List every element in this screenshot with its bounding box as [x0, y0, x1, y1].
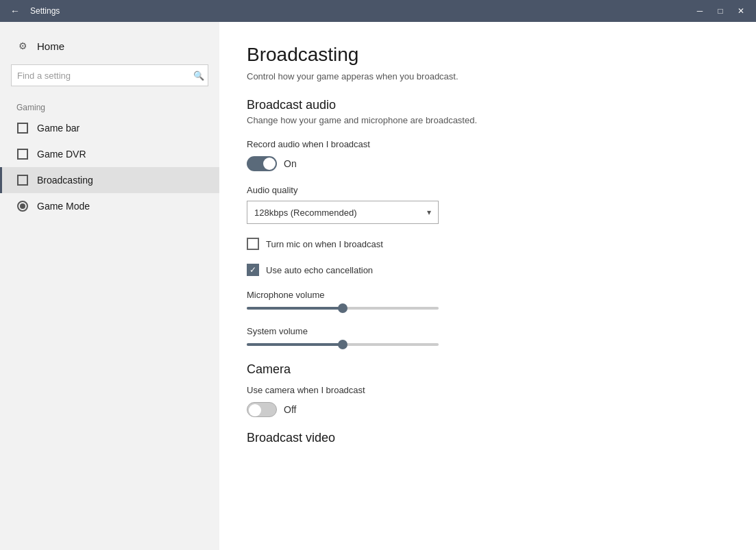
record-audio-toggle-row: On [247, 156, 729, 171]
gamemode-icon [16, 200, 29, 212]
audio-quality-label: Audio quality [247, 185, 729, 195]
page-title: Broadcasting [247, 44, 729, 66]
sidebar-home[interactable]: ⚙ Home [0, 33, 219, 59]
turn-mic-row[interactable]: Turn mic on when I broadcast [247, 238, 729, 250]
sidebar-item-game-mode[interactable]: Game Mode [0, 193, 219, 219]
close-button[interactable]: ✕ [731, 1, 751, 21]
echo-cancel-label: Use auto echo cancellation [266, 265, 373, 275]
sidebar-category: Gaming [0, 97, 219, 115]
window-controls: ─ □ ✕ [690, 1, 751, 21]
mic-volume-row: Microphone volume [247, 290, 729, 310]
search-icon: 🔍 [193, 71, 204, 81]
use-camera-toggle[interactable] [247, 402, 277, 417]
gamebar-icon [16, 122, 29, 134]
sidebar-item-broadcasting[interactable]: Broadcasting [0, 167, 219, 193]
record-audio-label: Record audio when I broadcast [247, 139, 729, 149]
audio-quality-value: 128kbps (Recommended) [254, 208, 357, 218]
sidebar-item-label: Game bar [37, 123, 80, 134]
sidebar-item-game-dvr[interactable]: Game DVR [0, 141, 219, 167]
main-layout: ⚙ Home 🔍 Gaming Game bar Game DVR Broadc… [0, 22, 756, 550]
home-label: Home [37, 40, 64, 52]
system-volume-fill [247, 343, 343, 346]
sidebar: ⚙ Home 🔍 Gaming Game bar Game DVR Broadc… [0, 22, 219, 550]
search-input[interactable] [11, 64, 208, 86]
maximize-button[interactable]: □ [711, 1, 730, 21]
mic-volume-fill [247, 307, 343, 310]
echo-cancel-row[interactable]: Use auto echo cancellation [247, 264, 729, 276]
audio-quality-row: Audio quality 128kbps (Recommended) ▾ [247, 185, 729, 224]
minimize-button[interactable]: ─ [690, 1, 709, 21]
gamedvr-icon [16, 148, 29, 160]
back-button[interactable]: ← [5, 1, 25, 21]
sidebar-item-label: Broadcasting [37, 175, 93, 186]
system-volume-track[interactable] [247, 343, 439, 346]
use-camera-toggle-row: Off [247, 402, 729, 417]
page-subtitle: Control how your game apperas when you b… [247, 71, 729, 82]
sidebar-item-label: Game Mode [37, 201, 90, 212]
record-audio-toggle-label: On [284, 158, 297, 169]
dropdown-arrow-icon: ▾ [427, 208, 431, 217]
system-volume-thumb[interactable] [338, 340, 347, 349]
mic-volume-track[interactable] [247, 307, 439, 310]
window-title: Settings [30, 6, 690, 16]
system-volume-label: System volume [247, 326, 729, 336]
broadcast-audio-title: Broadcast audio [247, 98, 729, 112]
audio-quality-dropdown[interactable]: 128kbps (Recommended) ▾ [247, 201, 439, 224]
echo-cancel-checkbox[interactable] [247, 264, 259, 276]
toggle-knob [263, 158, 276, 170]
turn-mic-checkbox[interactable] [247, 238, 259, 250]
sidebar-item-label: Game DVR [37, 149, 86, 160]
sidebar-item-game-bar[interactable]: Game bar [0, 115, 219, 141]
use-camera-label: Use camera when I broadcast [247, 385, 729, 395]
turn-mic-label: Turn mic on when I broadcast [266, 239, 383, 249]
home-icon: ⚙ [16, 40, 29, 52]
broadcast-video-title: Broadcast video [247, 431, 729, 445]
titlebar: ← Settings ─ □ ✕ [0, 0, 756, 22]
use-camera-toggle-label: Off [284, 404, 296, 415]
content-area: Broadcasting Control how your game apper… [219, 22, 756, 550]
search-container: 🔍 [11, 64, 208, 86]
toggle-knob-camera [249, 404, 261, 416]
mic-volume-label: Microphone volume [247, 290, 729, 300]
system-volume-row: System volume [247, 326, 729, 346]
broadcasting-icon [16, 174, 29, 186]
broadcast-audio-subtitle: Change how your game and microphone are … [247, 115, 729, 125]
camera-title: Camera [247, 362, 729, 377]
mic-volume-thumb[interactable] [338, 303, 347, 313]
record-audio-toggle[interactable] [247, 156, 277, 171]
